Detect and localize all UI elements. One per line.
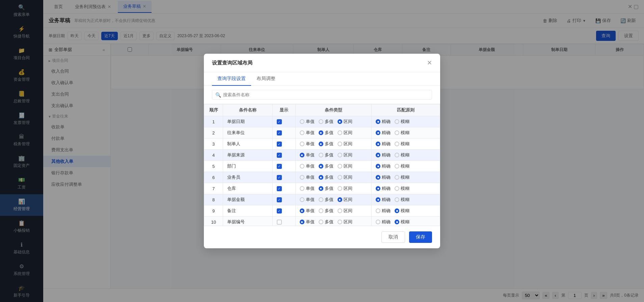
row-match-cell: 精确模糊	[372, 194, 440, 205]
match-radio-option[interactable]: 精确	[376, 219, 391, 225]
show-checkbox[interactable]: ✓	[277, 164, 282, 169]
th-type: 条件类型	[295, 104, 371, 116]
type-radio-option[interactable]: 单值	[300, 130, 315, 136]
match-radio-option[interactable]: 模糊	[395, 152, 409, 158]
type-radio-option[interactable]: 区间	[338, 219, 352, 225]
radio-dot	[395, 186, 399, 191]
show-checkbox[interactable]: ✓	[277, 142, 282, 147]
type-radio-option[interactable]: 多值	[319, 174, 333, 180]
show-checkbox[interactable]: ✓	[277, 208, 282, 213]
radio-label: 单值	[306, 208, 315, 214]
radio-dot	[338, 186, 342, 191]
modal-search-input[interactable]	[212, 90, 432, 100]
show-checkbox[interactable]: ✓	[277, 130, 282, 135]
show-checkbox[interactable]: ✓	[277, 153, 282, 158]
type-radio-option[interactable]: 区间	[338, 141, 352, 147]
table-row: 3制单人✓单值多值区间精确模糊	[204, 139, 440, 150]
row-match-cell: 精确模糊	[372, 161, 440, 172]
row-type-cell: 单值多值区间	[295, 172, 371, 183]
type-radio-option[interactable]: 多值	[319, 219, 333, 225]
match-radio-option[interactable]: 精确	[376, 208, 391, 214]
type-radio-option[interactable]: 区间	[338, 185, 352, 192]
match-radio-option[interactable]: 精确	[376, 152, 391, 158]
match-radio-option[interactable]: 模糊	[395, 174, 409, 180]
match-radio-option[interactable]: 模糊	[395, 141, 409, 147]
radio-dot	[319, 142, 323, 146]
radio-dot	[376, 119, 380, 124]
match-radio-option[interactable]: 模糊	[395, 208, 409, 214]
type-radio-option[interactable]: 区间	[338, 130, 352, 136]
radio-dot	[300, 164, 304, 169]
row-condition-name: 单据日期	[223, 116, 273, 127]
match-radio-option[interactable]: 精确	[376, 174, 391, 180]
type-radio-option[interactable]: 区间	[338, 152, 352, 158]
match-radio-option[interactable]: 精确	[376, 163, 391, 169]
type-radio-option[interactable]: 单值	[300, 219, 315, 225]
row-condition-name: 单据编号	[223, 217, 273, 226]
modal-search-wrap: 🔍	[212, 90, 432, 100]
radio-label: 模糊	[401, 152, 409, 158]
modal-footer: 取消 保存	[204, 226, 440, 248]
match-radio-option[interactable]: 模糊	[395, 163, 409, 169]
type-radio-option[interactable]: 多值	[319, 152, 333, 158]
radio-dot	[338, 130, 342, 135]
type-radio-option[interactable]: 单值	[300, 197, 315, 203]
type-radio-option[interactable]: 多值	[319, 185, 333, 192]
modal-tab-layout[interactable]: 布局调整	[251, 72, 281, 86]
radio-label: 精确	[382, 197, 391, 203]
match-radio-option[interactable]: 模糊	[395, 119, 409, 125]
show-checkbox[interactable]: ✓	[277, 119, 282, 124]
match-radio-option[interactable]: 精确	[376, 130, 391, 136]
type-radio-option[interactable]: 多值	[319, 141, 333, 147]
row-order: 5	[204, 161, 223, 172]
modal-close-button[interactable]: ✕	[427, 59, 432, 67]
type-radio-option[interactable]: 多值	[319, 119, 333, 125]
row-order: 9	[204, 205, 223, 217]
type-radio-option[interactable]: 多值	[319, 163, 333, 169]
type-radio-option[interactable]: 多值	[319, 130, 333, 136]
row-condition-name: 业务员	[223, 172, 273, 183]
type-radio-option[interactable]: 多值	[319, 197, 333, 203]
type-radio-option[interactable]: 单值	[300, 119, 315, 125]
match-radio-option[interactable]: 模糊	[395, 185, 409, 192]
cancel-button[interactable]: 取消	[381, 231, 405, 243]
radio-dot	[395, 119, 399, 124]
type-radio-option[interactable]: 多值	[319, 208, 333, 214]
type-radio-option[interactable]: 单值	[300, 163, 315, 169]
type-radio-option[interactable]: 单值	[300, 208, 315, 214]
type-radio-option[interactable]: 区间	[338, 208, 352, 214]
radio-label: 精确	[382, 208, 391, 214]
match-radio-option[interactable]: 精确	[376, 185, 391, 192]
modal-save-button[interactable]: 保存	[409, 231, 432, 243]
type-radio-option[interactable]: 区间	[338, 119, 352, 125]
row-show-cell	[272, 217, 295, 226]
radio-dot	[319, 186, 323, 191]
radio-label: 区间	[344, 119, 352, 125]
row-type-cell: 单值多值区间	[295, 116, 371, 127]
row-show-cell: ✓	[272, 183, 295, 194]
radio-dot	[338, 153, 342, 157]
radio-label: 多值	[325, 119, 333, 125]
show-checkbox[interactable]	[277, 220, 282, 225]
type-radio-option[interactable]: 单值	[300, 141, 315, 147]
radio-dot	[395, 197, 399, 202]
match-radio-option[interactable]: 模糊	[395, 130, 409, 136]
type-radio-option[interactable]: 区间	[338, 163, 352, 169]
type-radio-option[interactable]: 单值	[300, 152, 315, 158]
type-radio-option[interactable]: 单值	[300, 185, 315, 192]
show-checkbox[interactable]: ✓	[277, 197, 282, 202]
modal-tab-field[interactable]: 查询字段设置	[212, 72, 251, 86]
match-radio-option[interactable]: 精确	[376, 119, 391, 125]
match-radio-option[interactable]: 精确	[376, 197, 391, 203]
type-radio-option[interactable]: 单值	[300, 174, 315, 180]
type-radio-option[interactable]: 区间	[338, 197, 352, 203]
type-radio-option[interactable]: 区间	[338, 174, 352, 180]
radio-label: 区间	[344, 197, 352, 203]
show-checkbox[interactable]: ✓	[277, 175, 282, 180]
radio-label: 单值	[306, 119, 315, 125]
match-radio-option[interactable]: 模糊	[395, 197, 409, 203]
match-radio-option[interactable]: 模糊	[395, 219, 409, 225]
show-checkbox[interactable]: ✓	[277, 186, 282, 191]
radio-label: 模糊	[401, 130, 409, 136]
match-radio-option[interactable]: 精确	[376, 141, 391, 147]
